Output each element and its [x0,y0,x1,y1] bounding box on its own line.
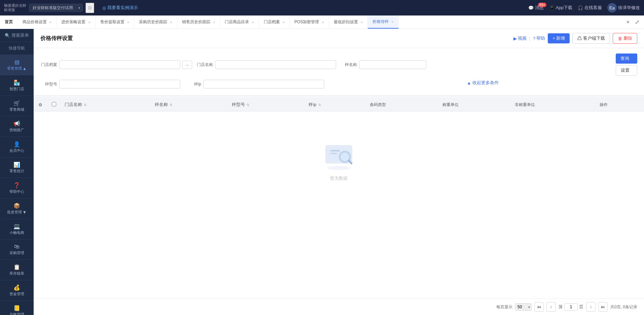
prev-page-button[interactable]: ‹ [546,302,556,312]
tab-min-discount[interactable]: 最低折扣设置 × [329,16,368,28]
filter-row-1: 门店档案 ··· 门店名称 秤名称 查询 设置 [40,54,637,76]
demo-label: 我要看实例演示 [107,5,138,11]
message-item[interactable]: 💬 消息 99+ [528,5,544,11]
tab-purchase-strategy[interactable]: 进价策略设置 × [57,16,95,28]
first-page-button[interactable]: ⏮ [534,302,544,312]
tab-pos-encryption[interactable]: POS加密管理 × [290,16,329,28]
last-page-button[interactable]: ⏭ [598,302,608,312]
close-icon[interactable]: × [322,20,324,24]
sidebar-item-label: 帮助中心 [9,189,24,194]
divider: | [529,36,530,41]
scale-model-input[interactable] [59,80,180,89]
sidebar-item-member[interactable]: 👤 会员中心 [0,137,34,158]
sidebar-item-ledger[interactable]: 📒 总账管理 [0,301,34,315]
mini-ecom-icon: 💻 [13,223,20,230]
sort-icon[interactable]: ⇅ [170,103,172,107]
th-check[interactable] [47,98,61,111]
close-icon[interactable]: × [283,20,285,24]
help-button[interactable]: ? 帮助 [533,35,545,41]
close-icon[interactable]: × [361,20,363,24]
nav-close-btn[interactable]: × [624,18,632,27]
online-service-item[interactable]: 🎧 在线客服 [578,5,602,11]
close-icon[interactable]: × [49,20,51,24]
close-icon[interactable]: × [127,20,129,24]
svg-rect-8 [330,153,337,154]
close-icon[interactable]: × [88,20,90,24]
th-settings[interactable]: ⚙ [34,98,47,111]
sidebar-item-label: 总账管理 [9,312,24,315]
video-icon: ▶ [513,36,517,41]
version-select[interactable]: 好业财标准版交付试用 [29,4,83,12]
pagination-total: 共0页, 0条记录 [610,304,637,310]
sidebar-item-retail-mall[interactable]: 🛒 零售商城 [0,96,34,116]
demo-button[interactable]: ◎ 我要看实例演示 [102,5,138,11]
scale-ip-input[interactable] [203,80,324,89]
purchase-icon: 🛍 [14,244,20,250]
tab-store-profile[interactable]: 门店档案 × [259,16,290,28]
collapse-button[interactable]: ▲ 收起更多条件 [467,80,499,86]
sidebar-item-help[interactable]: ❓ 帮助中心 [0,178,34,199]
current-page-input[interactable] [564,303,578,311]
app-name: 畅捷通好业财 [4,3,26,8]
sidebar-item-label: 库存核算 [9,271,24,276]
close-icon[interactable]: × [391,20,393,24]
sidebar-item-retail-stats[interactable]: 📊 零售统计 [0,158,34,178]
filter-scale-name: 秤名称 [340,60,426,69]
sort-icon[interactable]: ⇅ [247,103,249,107]
tab-selling-price[interactable]: 售价提取设置 × [96,16,134,28]
filter-scale-model: 秤型号 [40,80,180,89]
tab-goods-price[interactable]: 商品价格设置 × [18,16,57,28]
add-button[interactable]: + 新增 [548,33,570,43]
store-profile-ellipsis-btn[interactable]: ··· [182,61,192,69]
sidebar-item-wholesale[interactable]: 📦 批发管理 ▼ [0,199,34,219]
pagination-bar: 每页显示 10 20 50 100 ▾ ⏮ ‹ 算 页 › ⏭ 共0页, 0条记… [34,299,644,315]
tab-home[interactable]: 首页 [0,16,18,28]
sort-icon[interactable]: ⇅ [318,103,321,107]
collapse-label: 收起更多条件 [472,80,499,86]
store-name-label: 门店名称 [196,62,213,68]
page-unit: 页 [579,304,583,310]
delete-button[interactable]: 🗑 删除 [613,33,637,44]
sort-icon[interactable]: ⇅ [84,103,86,107]
download-button[interactable]: 凸 客户端下载 [572,33,610,44]
video-label: 视频 [518,35,527,41]
help-label: 帮助 [536,35,545,41]
table-header: ⚙ 门店名称 ⇅ 秤名称 ⇅ 秤型号 ⇅ [34,98,644,111]
next-page-button[interactable]: › [586,302,596,312]
video-button[interactable]: ▶ 视频 [513,35,527,41]
sidebar-item-purchase[interactable]: 🛍 采购管理 [0,240,34,260]
user-item[interactable]: Ea 徐泽华修改 [607,3,640,12]
nav-expand-btn[interactable]: ⤢ [633,18,641,27]
scale-name-label: 秤名称 [340,62,357,68]
query-button[interactable]: 查询 [616,54,637,64]
demo-icon: ◎ [102,5,106,10]
page-title-row: 价格传秤设置 ▶ 视频 | ? 帮助 + 新增 凸 客户端下载 [40,33,637,44]
tab-sales-history[interactable]: 销售历史价跟踪 × [177,16,220,28]
content-area: 价格传秤设置 ▶ 视频 | ? 帮助 + 新增 凸 客户端下载 [34,29,644,315]
tab-store-catalog[interactable]: 门店商品目录 × [220,16,259,28]
sidebar-item-mini-ecom[interactable]: 💻 小畅电商 [0,219,34,240]
sidebar-item-smart-store[interactable]: 🏪 智慧门店 [0,75,34,96]
sidebar-item-finance[interactable]: 💰 资金管理 [0,280,34,301]
close-icon[interactable]: × [213,20,215,24]
sidebar-search[interactable]: 🔍 搜索菜单 [0,29,34,42]
settings-button[interactable]: ⚙ [85,3,94,13]
sidebar-item-retail[interactable]: ▤ 零售管理 ▲ [0,55,34,75]
sidebar-item-inventory[interactable]: 📋 库存核算 [0,260,34,280]
close-icon[interactable]: × [170,20,172,24]
sidebar-item-marketing[interactable]: 📢 营销推广 [0,116,34,137]
app-download-item[interactable]: 📱 App下载 [549,5,572,11]
page-size-select[interactable]: 10 20 50 100 [515,303,532,311]
settings-filter-label: 设置 [621,67,630,73]
tab-price-scale[interactable]: 价格传秤 × [368,15,398,29]
close-icon[interactable]: × [252,20,254,24]
store-profile-input[interactable] [59,60,180,69]
sidebar-quick-nav[interactable]: 快捷导航 [0,42,34,55]
sidebar-item-label: 零售商城 [9,107,24,112]
svg-point-4 [341,152,349,161]
scale-name-input[interactable] [359,60,426,69]
select-all-checkbox[interactable] [52,102,56,106]
tab-purchase-history[interactable]: 采购历史价跟踪 × [134,16,177,28]
store-name-input[interactable] [215,60,336,69]
settings-filter-button[interactable]: 设置 [616,65,637,76]
